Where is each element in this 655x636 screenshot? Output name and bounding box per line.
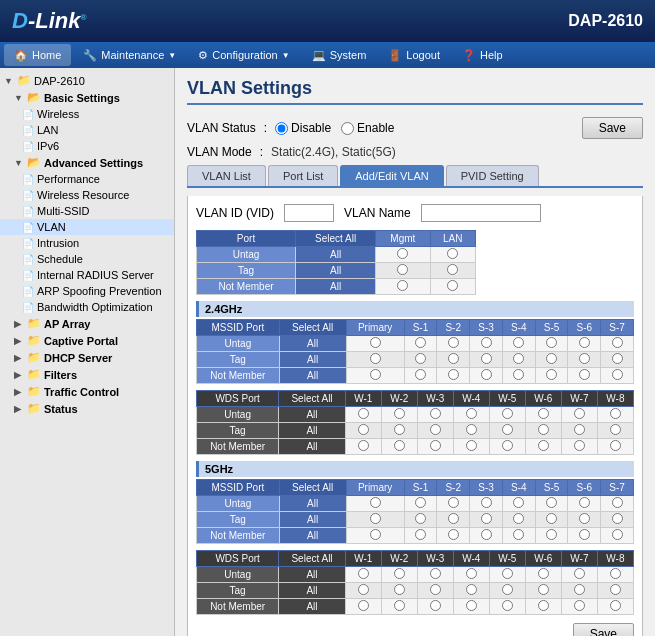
radio-wds5-untag-w7[interactable] [574,568,585,579]
radio-untag-lan[interactable] [447,248,458,259]
radio-wds24-tag-w7[interactable] [574,424,585,435]
sidebar-item-schedule[interactable]: 📄 Schedule [0,251,174,267]
radio-24-untag-s1[interactable] [415,337,426,348]
radio-24-tag-s1[interactable] [415,353,426,364]
sidebar-item-multi-ssid[interactable]: 📄 Multi-SSID [0,203,174,219]
radio-5-untag-s7[interactable] [612,497,623,508]
radio-5-untag-s2[interactable] [448,497,459,508]
radio-5-nm-s2[interactable] [448,529,459,540]
radio-wds24-nm-w6[interactable] [538,440,549,451]
radio-wds5-tag-w3[interactable] [430,584,441,595]
radio-24-untag-s4[interactable] [513,337,524,348]
untag-all[interactable]: All [296,247,376,263]
radio-5-tag-s5[interactable] [546,513,557,524]
sidebar-item-lan[interactable]: 📄 LAN [0,122,174,138]
radio-24-tag-s5[interactable] [546,353,557,364]
radio-nm-lan[interactable] [447,280,458,291]
nav-home[interactable]: 🏠 Home [4,44,71,66]
radio-untag-mgmt[interactable] [397,248,408,259]
nav-help[interactable]: ❓ Help [452,44,513,66]
radio-wds5-tag-w1[interactable] [358,584,369,595]
radio-wds24-tag-w5[interactable] [502,424,513,435]
radio-24-tag-pri[interactable] [370,353,381,364]
radio-24-untag-s5[interactable] [546,337,557,348]
radio-24-tag-s6[interactable] [579,353,590,364]
radio-5-tag-s3[interactable] [481,513,492,524]
radio-5-nm-s3[interactable] [481,529,492,540]
radio-wds24-untag-w6[interactable] [538,408,549,419]
radio-wds5-nm-w3[interactable] [430,600,441,611]
radio-tag-mgmt[interactable] [397,264,408,275]
radio-disable[interactable] [275,122,288,135]
radio-5-untag-s4[interactable] [513,497,524,508]
sidebar-item-intrusion[interactable]: 📄 Intrusion [0,235,174,251]
radio-wds24-nm-w4[interactable] [466,440,477,451]
radio-5-tag-s2[interactable] [448,513,459,524]
radio-wds5-untag-w4[interactable] [466,568,477,579]
radio-wds24-tag-w1[interactable] [358,424,369,435]
radio-wds24-tag-w4[interactable] [466,424,477,435]
vlan-name-input[interactable] [421,204,541,222]
radio-wds24-tag-w2[interactable] [394,424,405,435]
radio-enable-label[interactable]: Enable [341,121,394,135]
radio-5-untag-pri[interactable] [370,497,381,508]
radio-disable-label[interactable]: Disable [275,121,331,135]
radio-wds24-nm-w7[interactable] [574,440,585,451]
radio-wds5-nm-w4[interactable] [466,600,477,611]
save-button-top[interactable]: Save [582,117,643,139]
radio-wds5-tag-w5[interactable] [502,584,513,595]
radio-24-nm-s3[interactable] [481,369,492,380]
sidebar-group-traffic[interactable]: ▶ 📁 Traffic Control [0,383,174,400]
radio-5-nm-pri[interactable] [370,529,381,540]
radio-wds24-untag-w5[interactable] [502,408,513,419]
radio-wds24-nm-w5[interactable] [502,440,513,451]
radio-5-tag-s4[interactable] [513,513,524,524]
radio-24-tag-s4[interactable] [513,353,524,364]
radio-5-tag-s1[interactable] [415,513,426,524]
radio-nm-mgmt[interactable] [397,280,408,291]
radio-wds24-untag-w8[interactable] [610,408,621,419]
tab-vlan-list[interactable]: VLAN List [187,165,266,186]
radio-24-tag-s2[interactable] [448,353,459,364]
radio-5-nm-s6[interactable] [579,529,590,540]
radio-24-nm-pri[interactable] [370,369,381,380]
radio-5-nm-s5[interactable] [546,529,557,540]
sidebar-item-radius[interactable]: 📄 Internal RADIUS Server [0,267,174,283]
radio-5-tag-s6[interactable] [579,513,590,524]
sidebar-item-arp[interactable]: 📄 ARP Spoofing Prevention [0,283,174,299]
radio-wds24-untag-w1[interactable] [358,408,369,419]
vlan-id-input[interactable] [284,204,334,222]
sidebar-group-ap-array[interactable]: ▶ 📁 AP Array [0,315,174,332]
radio-wds24-nm-w3[interactable] [430,440,441,451]
sidebar-item-performance[interactable]: 📄 Performance [0,171,174,187]
radio-wds24-untag-w2[interactable] [394,408,405,419]
radio-5-nm-s7[interactable] [612,529,623,540]
sidebar-item-vlan[interactable]: 📄 VLAN [0,219,174,235]
radio-24-nm-s6[interactable] [579,369,590,380]
radio-24-untag-s6[interactable] [579,337,590,348]
radio-wds24-untag-w3[interactable] [430,408,441,419]
radio-24-nm-s4[interactable] [513,369,524,380]
radio-24-untag-s7[interactable] [612,337,623,348]
radio-wds5-untag-w6[interactable] [538,568,549,579]
radio-24-untag-s2[interactable] [448,337,459,348]
nav-configuration[interactable]: ⚙ Configuration ▼ [188,44,299,66]
sidebar-root[interactable]: ▼ 📁 DAP-2610 [0,72,174,89]
radio-5-nm-s4[interactable] [513,529,524,540]
sidebar-item-bandwidth[interactable]: 📄 Bandwidth Optimization [0,299,174,315]
save-button-bottom[interactable]: Save [573,623,634,636]
radio-wds5-nm-w5[interactable] [502,600,513,611]
radio-wds24-untag-w7[interactable] [574,408,585,419]
radio-wds5-untag-w1[interactable] [358,568,369,579]
radio-wds5-tag-w8[interactable] [610,584,621,595]
nav-logout[interactable]: 🚪 Logout [378,44,450,66]
radio-24-untag-s3[interactable] [481,337,492,348]
sidebar-item-wireless-resource[interactable]: 📄 Wireless Resource [0,187,174,203]
radio-5-untag-s3[interactable] [481,497,492,508]
radio-enable[interactable] [341,122,354,135]
nav-maintenance[interactable]: 🔧 Maintenance ▼ [73,44,186,66]
radio-5-tag-pri[interactable] [370,513,381,524]
radio-24-nm-s2[interactable] [448,369,459,380]
radio-wds24-nm-w2[interactable] [394,440,405,451]
radio-24-tag-s7[interactable] [612,353,623,364]
